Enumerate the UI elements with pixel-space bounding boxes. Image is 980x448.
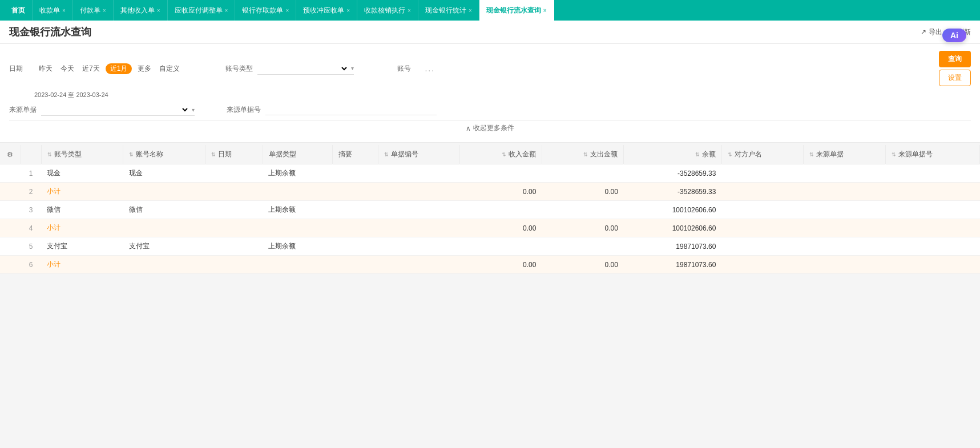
cell-account-type: 微信 [41,201,123,219]
source-doc-no-filter-block: 来源单据号 [227,104,437,115]
cell-date [205,219,263,237]
cell-account-type: 小计 [41,256,123,274]
date-label: 日期 [9,64,32,74]
source-doc-no-label: 来源单据号 [227,105,261,115]
cell-doc-type: 上期余额 [263,164,332,183]
nav-tab-collection-exec[interactable]: 收款核销执行 × [357,0,418,21]
column-source-doc[interactable]: ⇅来源单据 [804,145,886,164]
cell-source-doc [804,237,886,256]
column-account-name[interactable]: ⇅账号名称 [123,145,205,164]
nav-home[interactable]: 首页 [5,0,33,21]
cell-date [205,164,263,183]
nav-tab-other-income[interactable]: 其他收入单 × [114,0,168,21]
column-expense[interactable]: ⇅支出金额 [542,145,624,164]
column-gear[interactable]: ⚙ [0,145,21,164]
page-header: 现金银行流水查询 ↗ 导出 ↻ 刷新 [0,21,980,44]
export-button[interactable]: ↗ 导出 [921,27,942,37]
source-doc-no-input[interactable] [265,104,437,115]
cell-counterpart [721,219,804,237]
cell-counterpart [721,183,804,201]
column-account-type[interactable]: ⇅账号类型 [41,145,123,164]
account-no-filter-block: 账号 ... [397,64,435,74]
cell-source-doc-no [886,183,980,201]
dropdown-arrow-icon: ▾ [351,65,354,71]
table-container: ⚙ ⇅账号类型 ⇅账号名称 ⇅日期 单据类型 摘要 ⇅单据编号 ⇅收入金额 ⇅支… [0,145,980,274]
cell-expense [542,164,624,183]
nav-tab-cash-bank-stats[interactable]: 现金银行统计 × [418,0,479,21]
account-no-dots[interactable]: ... [425,64,435,73]
cell-expense [542,237,624,256]
source-doc-no-input-wrap [265,104,437,115]
cell-row-num: 4 [21,219,41,237]
nav-tab-receipts[interactable]: 收款单 × [33,0,73,21]
column-doc-type: 单据类型 [263,145,332,164]
date-opt-more[interactable]: 更多 [135,63,154,74]
account-no-label: 账号 [397,64,420,74]
close-icon[interactable]: × [103,7,106,14]
column-income[interactable]: ⇅收入金额 [460,145,542,164]
nav-tab-advance-offset[interactable]: 预收冲应收单 × [296,0,357,21]
cell-date [205,256,263,274]
cell-doc-type: 上期余额 [263,237,332,256]
cell-counterpart [721,237,804,256]
column-source-doc-no[interactable]: ⇅来源单据号 [886,145,980,164]
cell-source-doc-no [886,219,980,237]
cell-account-name [123,219,205,237]
column-balance[interactable]: ⇅余额 [624,145,721,164]
table-row: 2小计0.000.00-3528659.33 [0,183,980,201]
cell-counterpart [721,164,804,183]
column-row-num [21,145,41,164]
cell-summary [332,201,378,219]
cell-summary [332,219,378,237]
date-opt-7days[interactable]: 近7天 [80,63,102,74]
nav-tab-adjustments[interactable]: 应收应付调整单 × [168,0,236,21]
close-icon[interactable]: × [62,7,66,14]
cell-row-num: 5 [21,237,41,256]
cell-balance: 19871073.60 [624,256,721,274]
date-opt-custom[interactable]: 自定义 [157,63,182,74]
column-counterpart[interactable]: ⇅对方户名 [721,145,804,164]
cell-account-name: 现金 [123,164,205,183]
close-icon[interactable]: × [285,7,289,14]
collapse-bar[interactable]: ∧ 收起更多条件 [9,120,971,135]
cell-gear [0,201,21,219]
cell-account-name [123,183,205,201]
account-type-select[interactable]: 现金 微信 支付宝 [257,63,349,74]
source-doc-select[interactable] [41,104,189,115]
settings-button[interactable]: 设置 [939,70,971,86]
close-icon[interactable]: × [469,7,472,14]
cell-account-type: 支付宝 [41,237,123,256]
table-row: 6小计0.000.0019871073.60 [0,256,980,274]
cell-counterpart [721,201,804,219]
date-opt-yesterday[interactable]: 昨天 [37,63,55,74]
cell-balance: 19871073.60 [624,237,721,256]
close-icon[interactable]: × [157,7,160,14]
cell-balance: 100102606.60 [624,201,721,219]
account-type-select-wrap: 现金 微信 支付宝 ▾ [257,63,354,75]
column-doc-no[interactable]: ⇅单据编号 [378,145,460,164]
nav-tab-payments[interactable]: 付款单 × [73,0,114,21]
close-icon[interactable]: × [543,7,547,14]
cell-income: 0.00 [460,256,542,274]
query-button[interactable]: 查询 [939,51,971,67]
close-icon[interactable]: × [408,7,411,14]
date-opt-1month[interactable]: 近1月 [106,63,132,74]
cell-doc-no [378,164,460,183]
date-opt-today[interactable]: 今天 [58,63,76,74]
page-title: 现金银行流水查询 [9,25,91,39]
cell-source-doc-no [886,256,980,274]
cell-income [460,164,542,183]
nav-tab-bank-deposits[interactable]: 银行存取款单 × [235,0,296,21]
close-icon[interactable]: × [346,7,350,14]
close-icon[interactable]: × [225,7,228,14]
cell-gear [0,237,21,256]
cell-doc-no [378,219,460,237]
ai-badge[interactable]: Ai [942,29,966,42]
cell-row-num: 6 [21,256,41,274]
cell-source-doc [804,183,886,201]
column-date[interactable]: ⇅日期 [205,145,263,164]
nav-tab-cash-bank-flow[interactable]: 现金银行流水查询 × [479,0,554,21]
cell-account-type: 小计 [41,219,123,237]
filter-area: 日期 昨天 今天 近7天 近1月 更多 自定义 账号类型 现金 微信 支付宝 ▾ [0,44,980,143]
cell-balance: -3528659.33 [624,183,721,201]
